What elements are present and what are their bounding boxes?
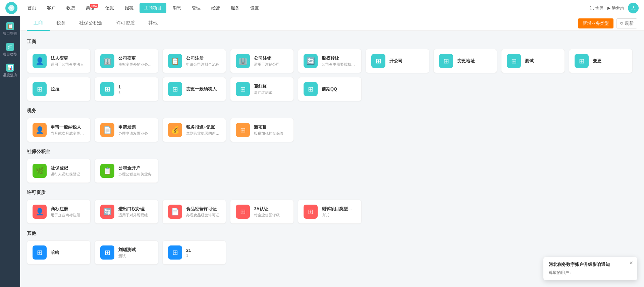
- card-info: 变更一般纳税人: [186, 86, 220, 92]
- card-公积金开户[interactable]: 📋 公积金开户 办理公积金相关业务: [95, 159, 158, 183]
- card-拉拉[interactable]: ⊞ 拉拉: [27, 77, 91, 101]
- card-info: 拉拉: [51, 86, 85, 92]
- card-desc: 当月或次月成变更完成: [51, 131, 85, 136]
- card-info: 测试: [525, 58, 559, 64]
- nav-item-收费[interactable]: 收费: [62, 3, 80, 13]
- card-desc: 办理申请发票业务: [118, 131, 153, 136]
- card-info: 变更地址: [457, 58, 491, 64]
- card-icon: 🏢: [236, 54, 250, 68]
- nav-item-设置[interactable]: 设置: [246, 3, 264, 13]
- nav-item-服务[interactable]: 服务: [226, 3, 244, 13]
- card-title: 法人变更: [51, 55, 85, 61]
- card-哈哈[interactable]: ⊞ 哈哈: [27, 240, 91, 265]
- nav-item-消息[interactable]: 消息: [168, 3, 186, 13]
- nav-item-客户[interactable]: 客户: [42, 3, 60, 13]
- new-type-button[interactable]: 新增业务类型: [578, 18, 613, 28]
- card-1[interactable]: ⊞ 1 1: [95, 77, 158, 101]
- sidebar-item-进度监测[interactable]: 📊 进度监测: [1, 61, 19, 80]
- notification-popup: ✕ 河北税务数字账户升级影响通知 尊敬的用户：: [543, 257, 637, 280]
- card-desc: 适用于注销公司: [254, 62, 288, 67]
- tab-其他[interactable]: 其他: [142, 16, 164, 31]
- card-icon: ⊞: [236, 123, 250, 137]
- card-商标注册[interactable]: 👤 商标注册 用于企业商标注册服务: [27, 200, 91, 224]
- card-测试项目类型自定义[interactable]: ⊞ 测试项目类型自定义 测试: [298, 200, 362, 224]
- notification-close[interactable]: ✕: [629, 260, 633, 266]
- tab-税务[interactable]: 税务: [50, 16, 72, 31]
- refresh-button[interactable]: ↻ 刷新: [616, 18, 637, 28]
- nav-items: 首页客户收费票据new记账报税工商项目消息管理经营服务设置: [23, 3, 590, 13]
- nav-item-管理[interactable]: 管理: [187, 3, 205, 13]
- card-title: 公司变更: [118, 55, 153, 61]
- main-wrapper: 工商税务社保公积金许可资质其他 新增业务类型 ↻ 刷新 工商 👤 法人变更 适用…: [20, 16, 644, 287]
- nav-item-首页[interactable]: 首页: [23, 3, 41, 13]
- card-变更地址[interactable]: ⊞ 变更地址: [433, 49, 497, 73]
- card-法人变更[interactable]: 👤 法人变更 适用于公司变更法人: [27, 49, 91, 73]
- card-icon: ⊞: [168, 82, 182, 96]
- nav-item-报税[interactable]: 报税: [120, 3, 138, 13]
- card-icon: 🔄: [304, 54, 318, 68]
- card-info: 21 1: [186, 248, 220, 258]
- card-公司注销[interactable]: 🏢 公司注销 适用于注销公司: [230, 49, 294, 73]
- card-公司注册[interactable]: 📋 公司注册 申请公司注册全流程: [162, 49, 226, 73]
- card-食品经营许可证[interactable]: 📄 食品经营许可证 办理食品经营许可证: [162, 200, 226, 224]
- card-开公司[interactable]: ⊞ 开公司: [366, 49, 429, 73]
- sidebar-item-项目类型[interactable]: 🏷 项目类型: [1, 40, 19, 60]
- card-grid-社保公积金: 🌿 社保登记 进行人员社保登记 📋 公积金开户 办理公积金相关业务: [27, 159, 637, 183]
- card-icon: ⊞: [100, 245, 114, 260]
- card-公司变更[interactable]: 🏢 公司变更 股权变更外的业务变更: [95, 49, 158, 73]
- notification-body: 尊敬的用户：: [549, 270, 632, 276]
- card-desc: 申请公司注册全流程: [186, 62, 220, 67]
- card-股权转让[interactable]: 🔄 股权转让 公司变更需要股权转让: [298, 49, 362, 73]
- card-申请发票[interactable]: 📄 申请发票 办理申请发票业务: [95, 118, 158, 142]
- card-变更一般纳税人[interactable]: ⊞ 变更一般纳税人: [162, 77, 226, 101]
- nav-item-记账[interactable]: 记账: [101, 3, 119, 13]
- card-title: 21: [186, 248, 220, 253]
- card-新项目[interactable]: ⊞ 新项目 报税加税控盘保管: [230, 118, 294, 142]
- card-3A认证[interactable]: ⊞ 3A认证 对企业信誉评级: [230, 200, 294, 224]
- card-icon: 📄: [168, 205, 182, 219]
- card-icon: ⊞: [507, 54, 521, 68]
- fullscreen-btn[interactable]: ⛶ 全屏: [590, 5, 603, 11]
- card-测试[interactable]: ⊞ 测试: [501, 49, 565, 73]
- card-申请一般纳税人[interactable]: 👤 申请一般纳税人 当月或次月成变更完成: [27, 118, 91, 142]
- card-desc: 适用于公司变更法人: [51, 62, 85, 67]
- card-税务报道+记账[interactable]: 💰 税务报道+记账 拿到营业执照的新公司: [162, 118, 226, 142]
- card-刘聪测试[interactable]: ⊞ 刘聪测试 测试: [95, 240, 158, 265]
- logo[interactable]: [5, 2, 17, 14]
- sidebar-item-项目管理[interactable]: 📋 项目管理: [1, 19, 19, 39]
- sidebar-label: 项目管理: [3, 31, 17, 36]
- card-info: 开公司: [389, 58, 424, 64]
- nav-item-工商项目[interactable]: 工商项目: [140, 3, 166, 13]
- card-info: 申请一般纳税人 当月或次月成变更完成: [51, 124, 85, 136]
- card-进出口权办理[interactable]: 🔄 进出口权办理 适用于对外贸易经营者: [95, 200, 158, 224]
- notification-title: 河北税务数字账户升级影响通知: [549, 262, 632, 268]
- card-icon: ⊞: [439, 54, 453, 68]
- svg-point-0: [11, 8, 12, 9]
- card-title: 变更地址: [457, 58, 491, 64]
- tab-许可资质[interactable]: 许可资质: [109, 16, 142, 31]
- vip-btn[interactable]: ▶ 畅会员: [607, 5, 624, 11]
- nav-right: ⛶ 全屏 ▶ 畅会员 人: [590, 3, 639, 13]
- card-title: 拉拉: [51, 86, 85, 92]
- nav-item-票据[interactable]: 票据new: [81, 3, 99, 13]
- card-前期QQ[interactable]: ⊞ 前期QQ: [298, 77, 362, 101]
- card-info: 前期QQ: [322, 86, 356, 92]
- avatar[interactable]: 人: [628, 3, 639, 13]
- nav-item-经营[interactable]: 经营: [207, 3, 225, 13]
- card-icon: 👤: [33, 205, 47, 219]
- card-icon: 🔄: [100, 205, 114, 219]
- card-葛红红[interactable]: ⊞ 葛红红 葛红红测试: [230, 77, 294, 101]
- card-变更[interactable]: ⊞ 变更: [569, 49, 633, 73]
- card-grid-税务: 👤 申请一般纳税人 当月或次月成变更完成 📄 申请发票 办理申请发票业务 💰 税…: [27, 118, 637, 142]
- card-社保登记[interactable]: 🌿 社保登记 进行人员社保登记: [27, 159, 91, 183]
- tab-工商[interactable]: 工商: [27, 16, 50, 31]
- card-21[interactable]: ⊞ 21 1: [162, 240, 226, 265]
- tab-社保公积金[interactable]: 社保公积金: [72, 16, 109, 31]
- section-title-税务: 税务: [27, 108, 637, 114]
- card-desc: 葛红红测试: [254, 90, 288, 95]
- card-title: 申请一般纳税人: [51, 124, 85, 130]
- card-info: 申请发票 办理申请发票业务: [118, 124, 153, 136]
- card-desc: 测试: [118, 254, 153, 259]
- tab-items: 工商税务社保公积金许可资质其他: [27, 16, 164, 30]
- card-info: 哈哈: [51, 249, 85, 256]
